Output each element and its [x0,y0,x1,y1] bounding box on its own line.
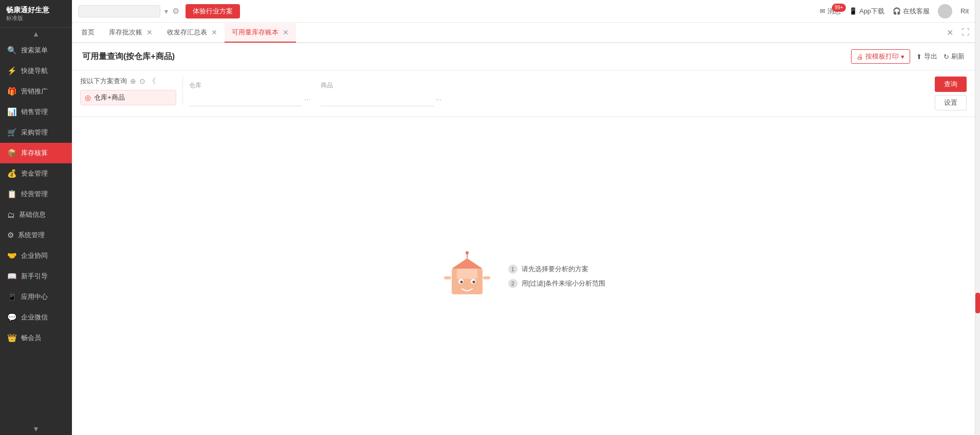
tab-summary-close-icon[interactable]: ✕ [211,29,217,36]
sidebar-label-11: 新手引导 [21,272,48,281]
right-scrollbar[interactable] [975,0,980,435]
refresh-button[interactable]: ↻ 刷新 [944,52,965,61]
tab-batch-ledger[interactable]: 库存批次账 ✕ [102,23,160,43]
topbar-right: ✉ 消息 99+ 📱 App下载 🎧 在线客服 Rit [820,4,969,18]
sidebar-item-4[interactable]: 🛒采购管理 [0,122,72,143]
app-download-label: App下载 [859,7,884,16]
query-button[interactable]: 查询 [935,77,967,92]
sidebar-item-9[interactable]: ⚙系统管理 [0,225,72,245]
sidebar-label-4: 采购管理 [21,128,48,137]
sidebar-label-0: 搜索菜单 [21,46,48,55]
empty-state: 1 请先选择要分析的方案 2 用[过滤]条件来缩小分析范围 [72,117,975,435]
app-name: 畅康通好生意 [6,5,66,14]
trial-button[interactable]: 体验行业方案 [186,4,240,18]
service-button[interactable]: 🎧 在线客服 [893,7,930,16]
sidebar-item-7[interactable]: 📋经营管理 [0,184,72,204]
svg-point-8 [466,251,469,254]
scheme-item[interactable]: ◎ 仓库+商品 [80,90,176,105]
avatar[interactable] [938,4,952,18]
sidebar-scroll-up[interactable]: ▲ [0,28,72,40]
tab-summary-label: 收发存汇总表 [167,28,207,37]
filter-actions: 查询 设置 [935,77,967,110]
warehouse-field: 仓库 ··· [189,81,310,106]
sidebar-item-11[interactable]: 📖新手引导 [0,266,72,287]
export-button[interactable]: ⬆ 导出 [916,52,937,61]
sidebar-item-10[interactable]: 🤝企业协同 [0,245,72,266]
tabbar-expand-icon[interactable]: ⛶ [958,26,973,39]
settings-scheme-icon[interactable]: ⊙ [139,77,145,85]
username[interactable]: Rit [960,7,969,15]
topbar-gear-icon[interactable]: ⚙ [172,6,179,16]
svg-marker-1 [452,258,483,269]
sidebar-item-5[interactable]: 📦库存核算 [0,143,72,163]
tab-home-label: 首页 [81,28,95,37]
sidebar-item-0[interactable]: 🔍搜索菜单 [0,40,72,61]
sidebar-icon-13: 💬 [7,313,17,322]
hint-item-2: 2 用[过滤]条件来缩小分析范围 [508,279,605,288]
tab-available-stock-close-icon[interactable]: ✕ [283,29,289,36]
export-icon: ⬆ [916,53,922,61]
scheme-name: 仓库+商品 [94,93,125,102]
sidebar-item-2[interactable]: 🎁营销推广 [0,81,72,102]
sidebar-icon-4: 🛒 [7,128,17,137]
svg-rect-10 [483,276,490,279]
page-title: 可用量查询(按仓库+商品) [82,51,175,62]
sidebar-item-1[interactable]: ⚡快捷导航 [0,61,72,81]
scrollbar-thumb[interactable] [975,293,980,313]
message-button[interactable]: ✉ 消息 99+ [820,7,841,16]
sidebar-label-13: 企业微信 [21,313,48,322]
svg-rect-2 [457,269,477,279]
sidebar-item-3[interactable]: 📊销售管理 [0,102,72,122]
sidebar-icon-5: 📦 [7,148,17,158]
tab-batch-ledger-label: 库存批次账 [109,28,142,37]
add-scheme-icon[interactable]: ⊕ [130,77,136,85]
hint-text-2: 用[过滤]条件来缩小分析范围 [522,279,605,288]
robot-svg [441,251,493,302]
tab-summary[interactable]: 收发存汇总表 ✕ [160,23,225,43]
app-download-button[interactable]: 📱 App下载 [849,7,884,16]
tab-batch-ledger-close-icon[interactable]: ✕ [146,29,153,36]
warehouse-input[interactable] [189,92,302,106]
sidebar-item-13[interactable]: 💬企业微信 [0,307,72,328]
sidebar-label-7: 经营管理 [21,190,48,199]
print-icon: 🖨 [857,53,863,61]
settings-button[interactable]: 设置 [935,95,967,110]
svg-rect-9 [444,276,451,279]
sidebar-icon-0: 🔍 [7,46,17,55]
filter-fields: 仓库 ··· 商品 ··· 查询 设置 [189,77,967,110]
hint-num-2: 2 [508,279,517,288]
sidebar-item-14[interactable]: 👑畅会员 [0,328,72,348]
sidebar-scroll-down[interactable]: ▼ [0,423,72,435]
refresh-icon: ↻ [944,53,949,61]
topbar-search-input[interactable] [78,5,160,17]
tab-available-stock[interactable]: 可用量库存账本 ✕ [225,23,296,43]
product-input[interactable] [321,92,434,106]
product-more-icon[interactable]: ··· [436,95,442,103]
topbar: ▾ ⚙ 体验行业方案 ✉ 消息 99+ 📱 App下载 🎧 在线客服 Rit [72,0,975,23]
export-label: 导出 [924,52,937,61]
page: 可用量查询(按仓库+商品) 🖨 按模板打印 ▾ ⬆ 导出 ↻ 刷新 [72,43,975,435]
tab-available-stock-label: 可用量库存账本 [232,28,279,37]
tab-home[interactable]: 首页 [74,23,102,43]
tabbar-close-icon[interactable]: ✕ [944,26,956,40]
sidebar: 畅康通好生意 标准版 ▲ 🔍搜索菜单⚡快捷导航🎁营销推广📊销售管理🛒采购管理📦库… [0,0,72,435]
sidebar-item-6[interactable]: 💰资金管理 [0,163,72,184]
product-label: 商品 [321,81,442,90]
sidebar-item-12[interactable]: 📱应用中心 [0,287,72,307]
warehouse-more-icon[interactable]: ··· [304,95,310,103]
sidebar-icon-8: 🗂 [7,211,15,219]
topbar-dropdown-icon[interactable]: ▾ [164,7,168,15]
scheme-icon: ◎ [85,93,91,102]
collapse-icon[interactable]: 《 [149,77,156,86]
sidebar-label-2: 营销推广 [21,87,48,96]
sidebar-label-9: 系统管理 [18,231,45,240]
sidebar-label-5: 库存核算 [21,148,48,158]
page-actions: 🖨 按模板打印 ▾ ⬆ 导出 ↻ 刷新 [851,49,965,64]
sidebar-item-8[interactable]: 🗂基础信息 [0,204,72,225]
main-content: ▾ ⚙ 体验行业方案 ✉ 消息 99+ 📱 App下载 🎧 在线客服 Rit 首… [72,0,975,435]
print-button[interactable]: 🖨 按模板打印 ▾ [851,49,910,64]
sidebar-nav: 🔍搜索菜单⚡快捷导航🎁营销推广📊销售管理🛒采购管理📦库存核算💰资金管理📋经营管理… [0,40,72,423]
svg-point-6 [472,280,475,283]
page-header: 可用量查询(按仓库+商品) 🖨 按模板打印 ▾ ⬆ 导出 ↻ 刷新 [72,43,975,70]
print-dropdown-icon[interactable]: ▾ [901,53,904,61]
